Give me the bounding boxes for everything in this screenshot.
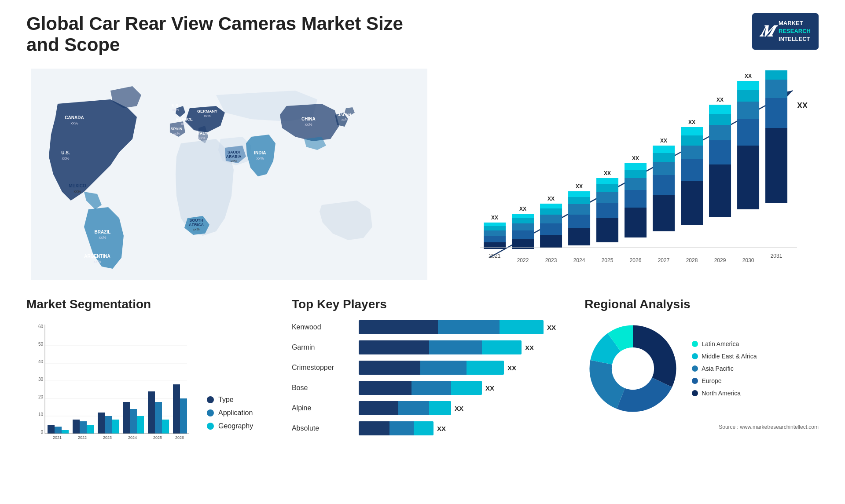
latin-dot — [692, 341, 698, 347]
svg-text:2026: 2026 — [175, 435, 184, 440]
logo-text: MARKET RESEARCH INTELLECT — [779, 19, 811, 44]
player-row-alpine: Alpine XX — [292, 401, 567, 415]
svg-text:XX: XX — [576, 183, 583, 190]
legend-geography: Geography — [207, 422, 253, 430]
svg-text:2021: 2021 — [53, 435, 62, 440]
svg-rect-86 — [681, 146, 703, 159]
player-row-bose: Bose XX — [292, 381, 567, 395]
svg-text:xx%: xx% — [73, 189, 81, 194]
mea-dot — [692, 353, 698, 359]
player-bar-crimestopper — [359, 361, 504, 375]
svg-rect-108 — [765, 70, 787, 80]
svg-text:2024: 2024 — [128, 435, 137, 440]
svg-text:SOUTH: SOUTH — [189, 218, 203, 223]
svg-rect-35 — [484, 242, 506, 249]
svg-text:CHINA: CHINA — [301, 117, 316, 121]
svg-rect-50 — [540, 223, 562, 235]
svg-rect-94 — [709, 114, 731, 125]
svg-rect-142 — [155, 402, 162, 434]
seg-bar-chart: 0 10 20 30 40 50 60 — [26, 320, 194, 443]
svg-text:xx%: xx% — [204, 114, 210, 118]
svg-rect-65 — [596, 192, 618, 203]
players-chart: Kenwood XX Garmin — [292, 320, 567, 435]
segmentation-title: Market Segmentation — [26, 297, 274, 311]
svg-rect-77 — [653, 195, 675, 231]
svg-rect-53 — [540, 204, 562, 208]
svg-rect-43 — [512, 230, 534, 239]
world-map-svg: CANADA xx% U.S. xx% MEXICO xx% BRAZIL xx… — [26, 69, 432, 280]
svg-rect-39 — [484, 223, 506, 226]
svg-rect-127 — [62, 430, 69, 434]
svg-rect-107 — [765, 80, 787, 98]
bar-chart-svg: XX 2021 XX 2022 XX — [450, 69, 819, 280]
logo-m-icon: 𝑴 — [760, 22, 774, 40]
regional-legend-latin: Latin America — [692, 340, 757, 347]
map-container: CANADA xx% U.S. xx% MEXICO xx% BRAZIL xx… — [26, 69, 432, 280]
regional-title: Regional Analysis — [584, 297, 819, 311]
svg-text:2023: 2023 — [545, 257, 557, 263]
svg-text:2023: 2023 — [103, 435, 112, 440]
svg-text:AFRICA: AFRICA — [189, 223, 204, 227]
svg-rect-137 — [123, 402, 130, 434]
source-text: Source : www.marketresearchintellect.com — [584, 424, 819, 430]
svg-text:xx%: xx% — [181, 122, 187, 126]
donut-wrap: Latin America Middle East & Africa Asia … — [584, 320, 819, 417]
legend-type-dot — [207, 396, 214, 403]
svg-rect-95 — [709, 105, 731, 114]
svg-text:xx%: xx% — [62, 156, 69, 161]
bar-chart-container: XX 2021 XX 2022 XX — [450, 69, 819, 280]
svg-text:SPAIN: SPAIN — [171, 127, 183, 131]
svg-rect-93 — [709, 125, 731, 140]
svg-text:GERMANY: GERMANY — [197, 109, 217, 113]
svg-rect-126 — [55, 427, 62, 434]
svg-text:xx%: xx% — [172, 108, 179, 112]
svg-rect-72 — [625, 178, 647, 190]
svg-text:20: 20 — [38, 394, 44, 399]
svg-rect-66 — [596, 184, 618, 192]
svg-text:XX: XX — [519, 206, 526, 212]
svg-text:XX: XX — [716, 97, 724, 103]
svg-rect-46 — [512, 214, 534, 218]
svg-text:XX: XX — [660, 138, 667, 144]
svg-rect-56 — [568, 228, 590, 245]
player-row-kenwood: Kenwood XX — [292, 320, 567, 334]
svg-rect-133 — [98, 413, 105, 434]
player-bar-kenwood — [359, 320, 544, 334]
svg-rect-91 — [709, 164, 731, 217]
bottom-section: Market Segmentation 0 10 20 30 40 50 60 — [26, 297, 819, 443]
svg-rect-44 — [512, 223, 534, 230]
regional-legend-asia: Asia Pacific — [692, 365, 757, 372]
svg-rect-58 — [568, 204, 590, 215]
svg-text:50: 50 — [38, 342, 44, 347]
svg-rect-85 — [681, 159, 703, 181]
svg-rect-63 — [596, 218, 618, 242]
svg-rect-88 — [681, 127, 703, 135]
svg-rect-37 — [484, 230, 506, 236]
svg-rect-130 — [80, 421, 87, 434]
seg-chart-wrap: 0 10 20 30 40 50 60 — [26, 320, 274, 443]
svg-text:BRAZIL: BRAZIL — [95, 230, 111, 234]
svg-rect-145 — [173, 384, 180, 434]
svg-text:2025: 2025 — [602, 257, 614, 263]
svg-rect-78 — [653, 175, 675, 195]
svg-rect-81 — [653, 146, 675, 153]
svg-text:xx%: xx% — [198, 136, 205, 140]
legend-geo-dot — [207, 423, 214, 430]
svg-text:XX: XX — [632, 155, 639, 161]
svg-text:xx%: xx% — [193, 227, 199, 231]
segmentation-section: Market Segmentation 0 10 20 30 40 50 60 — [26, 297, 274, 443]
svg-text:2028: 2028 — [686, 257, 698, 263]
svg-rect-146 — [180, 398, 187, 434]
player-row-garmin: Garmin XX — [292, 340, 567, 354]
svg-rect-135 — [112, 420, 119, 434]
svg-text:XX: XX — [688, 119, 695, 125]
svg-rect-99 — [737, 119, 759, 146]
svg-rect-67 — [596, 178, 618, 184]
svg-rect-138 — [130, 409, 137, 434]
svg-text:xx%: xx% — [173, 131, 180, 135]
svg-text:xx%: xx% — [305, 122, 312, 127]
svg-text:2022: 2022 — [78, 435, 87, 440]
svg-text:2021: 2021 — [489, 253, 501, 259]
svg-rect-100 — [737, 102, 759, 119]
svg-text:xx%: xx% — [341, 117, 348, 121]
